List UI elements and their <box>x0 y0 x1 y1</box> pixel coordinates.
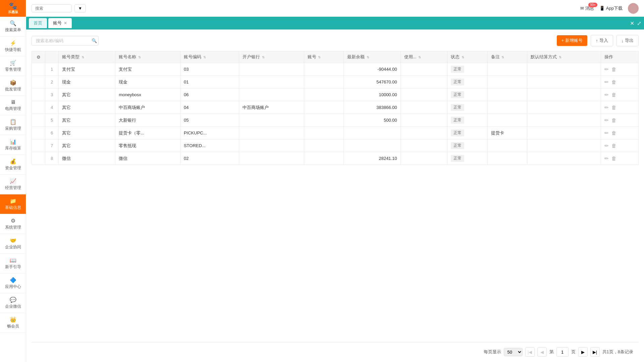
table-row: 5 其它 大新银行 05 500.00 正常 ✏ 🗑 <box>32 114 639 127</box>
row-status: 正常 <box>447 114 487 127</box>
top-search-input[interactable] <box>32 4 72 12</box>
row-remark <box>487 139 527 152</box>
sidebar-item-basic-info[interactable]: 📁 基础信息 <box>0 194 26 214</box>
sort-icon-use: ⇅ <box>418 55 421 59</box>
status-badge: 正常 <box>451 78 464 85</box>
edit-button[interactable]: ✏ <box>604 79 609 85</box>
tab-close-all-button[interactable]: ✕ <box>630 20 634 26</box>
delete-button[interactable]: 🗑 <box>611 66 616 72</box>
col-name[interactable]: 账号名称 ⇅ <box>115 51 180 63</box>
col-remark-label: 备注 <box>491 54 500 59</box>
sidebar-item-label: 批发管理 <box>5 86 21 92</box>
search-input[interactable] <box>36 38 90 43</box>
edit-button[interactable]: ✏ <box>604 117 609 123</box>
row-actions: ✏ 🗑 <box>601 114 639 127</box>
sidebar-item-app-center[interactable]: 🔷 应用中心 <box>0 274 26 293</box>
edit-button[interactable]: ✏ <box>604 143 609 149</box>
delete-button[interactable]: 🗑 <box>611 105 616 111</box>
edit-button[interactable]: ✏ <box>604 105 609 111</box>
delete-button[interactable]: 🗑 <box>611 143 616 149</box>
sidebar-item-enterprise-wechat[interactable]: 💬 企业微信 <box>0 293 26 313</box>
row-bank: 中百商场账户 <box>239 101 304 114</box>
status-badge: 正常 <box>451 155 464 162</box>
delete-button[interactable]: 🗑 <box>611 92 616 98</box>
col-status[interactable]: 状态 ⇅ <box>447 51 487 63</box>
col-bank-label: 开户银行 <box>243 54 260 59</box>
sidebar-item-enterprise-agreement[interactable]: 🤝 企业协同 <box>0 234 26 254</box>
col-type[interactable]: 账号类型 ⇅ <box>59 51 115 63</box>
row-code: PICKUPC... <box>180 127 239 139</box>
col-status-label: 状态 <box>451 54 460 59</box>
edit-button[interactable]: ✏ <box>604 66 609 72</box>
delete-button[interactable]: 🗑 <box>611 156 616 162</box>
col-default-settlement[interactable]: 默认结算方式 ⇅ <box>527 51 601 63</box>
prev-page-button[interactable]: ◀ <box>537 347 547 357</box>
row-balance: 383866.00 <box>344 101 400 114</box>
status-badge: 正常 <box>451 129 464 136</box>
delete-button[interactable]: 🗑 <box>611 117 616 123</box>
import-icon: ↑ <box>596 38 598 43</box>
row-gear <box>32 76 45 88</box>
export-label: 导出 <box>625 38 634 44</box>
next-page-button[interactable]: ▶ <box>578 347 588 357</box>
message-nav-item[interactable]: ✉ 消息 99+ <box>580 5 594 11</box>
row-account <box>304 101 344 114</box>
sidebar-item-retail-mgmt[interactable]: 🛒 零售管理 <box>0 56 26 76</box>
row-status: 正常 <box>447 127 487 139</box>
delete-button[interactable]: 🗑 <box>611 79 616 85</box>
row-account <box>304 76 344 88</box>
sidebar-item-wholesale-mgmt[interactable]: 📦 批发管理 <box>0 76 26 96</box>
sidebar-item-label: 经营管理 <box>5 185 21 191</box>
per-page-select[interactable]: 50 100 200 <box>504 348 523 356</box>
col-account[interactable]: 账号 ⇅ <box>304 51 344 63</box>
row-code: STORED... <box>180 139 239 152</box>
avatar[interactable] <box>628 3 639 14</box>
page-input[interactable] <box>556 347 569 357</box>
sidebar-item-search-menu[interactable]: 🔍 搜索菜单 <box>0 17 26 37</box>
dropdown-button[interactable]: ▼ <box>74 4 86 12</box>
col-num <box>45 51 59 63</box>
sidebar-item-ops-mgmt[interactable]: 📈 经营管理 <box>0 175 26 194</box>
col-balance[interactable]: 最新余额 ⇅ <box>344 51 400 63</box>
sidebar-item-beginner-guide[interactable]: 📖 新手引导 <box>0 254 26 274</box>
sidebar-item-sys-mgmt[interactable]: ⚙ 系统管理 <box>0 214 26 234</box>
toolbar-right: + 新增账号 ↑ 导入 ↓ 导出 <box>557 35 639 46</box>
tab-home[interactable]: 首页 <box>29 18 47 28</box>
home-tab-label: 首页 <box>34 20 42 26</box>
sidebar-item-purchase-mgmt[interactable]: 📋 采购管理 <box>0 115 26 135</box>
delete-button[interactable]: 🗑 <box>611 130 616 136</box>
add-account-button[interactable]: + 新增账号 <box>557 35 587 46</box>
account-tab-label: 账号 <box>53 20 62 26</box>
top-header-left: ▼ <box>32 4 86 12</box>
edit-button[interactable]: ✏ <box>604 130 609 136</box>
tab-expand-button[interactable]: ⤢ <box>637 20 641 26</box>
last-page-button[interactable]: ▶| <box>590 347 600 357</box>
edit-button[interactable]: ✏ <box>604 156 609 162</box>
app-download-item[interactable]: 📱 App下载 <box>599 5 623 11</box>
sidebar-item-finance-mgmt[interactable]: 💰 资金管理 <box>0 155 26 175</box>
row-status: 正常 <box>447 101 487 114</box>
row-actions: ✏ 🗑 <box>601 127 639 139</box>
sidebar-item-label: 应用中心 <box>5 284 21 290</box>
sidebar-item-quick-nav[interactable]: ⚡ 快捷导航 <box>0 37 26 56</box>
search-menu-icon: 🔍 <box>10 20 16 26</box>
col-use-label: 使用... <box>404 54 417 59</box>
tab-account[interactable]: 账号 ✕ <box>48 18 72 28</box>
sidebar-item-ecommerce-mgmt[interactable]: 🖥 电商管理 <box>0 96 26 115</box>
row-gear <box>32 152 45 165</box>
col-code[interactable]: 账号编码 ⇅ <box>180 51 239 63</box>
tab-close-icon[interactable]: ✕ <box>64 21 67 25</box>
edit-button[interactable]: ✏ <box>604 92 609 98</box>
col-bank[interactable]: 开户银行 ⇅ <box>239 51 304 63</box>
col-use[interactable]: 使用... ⇅ <box>400 51 447 63</box>
gear-icon[interactable]: ⚙ <box>37 55 41 60</box>
col-remark[interactable]: 备注 ⇅ <box>487 51 527 63</box>
row-default-settlement <box>527 152 601 165</box>
row-balance: 10000.00 <box>344 88 400 101</box>
export-button[interactable]: ↓ 导出 <box>616 35 639 46</box>
sidebar-item-vip-member[interactable]: 👑 畅会员 <box>0 313 26 333</box>
top-header: ▼ ✉ 消息 99+ 📱 App下载 <box>26 0 644 17</box>
first-page-button[interactable]: |◀ <box>525 347 535 357</box>
sidebar-item-inventory[interactable]: 📊 库存核算 <box>0 135 26 155</box>
import-button[interactable]: ↑ 导入 <box>591 35 613 46</box>
